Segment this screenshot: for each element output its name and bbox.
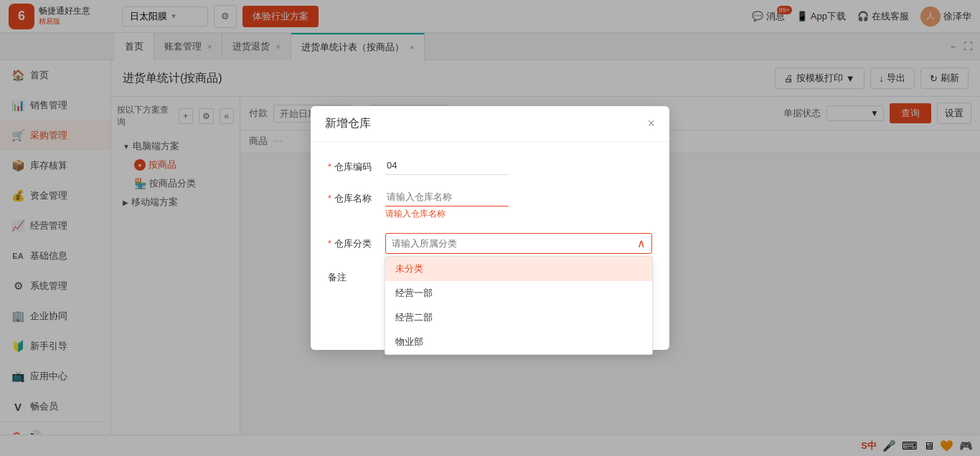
category-dropdown: 未分类 经营一部 经营二部 物业部 (385, 256, 653, 355)
modal-overlay[interactable]: 新增仓库 × 仓库编码 仓库名称 请输入仓库名称 仓库分类 (0, 0, 980, 456)
category-toggle-icon[interactable]: ∧ (637, 237, 646, 250)
warehouse-name-label: 仓库名称 (328, 188, 385, 205)
warehouse-code-group: 仓库编码 (328, 156, 652, 175)
dialog-title: 新增仓库 (325, 116, 371, 131)
warehouse-name-input[interactable] (385, 188, 509, 206)
warehouse-category-group: 仓库分类 ∧ 未分类 经营一部 经营二部 物业部 (328, 233, 652, 254)
dropdown-item-property[interactable]: 物业部 (385, 330, 652, 354)
dropdown-item-dept1[interactable]: 经营一部 (385, 281, 652, 305)
dialog-close-button[interactable]: × (647, 116, 655, 131)
warehouse-remark-label: 备注 (328, 267, 385, 284)
dropdown-item-dept2[interactable]: 经营二部 (385, 305, 652, 330)
add-warehouse-dialog: 新增仓库 × 仓库编码 仓库名称 请输入仓库名称 仓库分类 (311, 106, 669, 350)
warehouse-category-label: 仓库分类 (328, 233, 385, 250)
warehouse-code-label: 仓库编码 (328, 156, 385, 174)
warehouse-code-input[interactable] (385, 156, 509, 175)
category-input-wrap[interactable]: ∧ (385, 233, 652, 254)
dialog-body: 仓库编码 仓库名称 请输入仓库名称 仓库分类 ∧ (311, 142, 669, 313)
dialog-header: 新增仓库 × (311, 106, 669, 142)
warehouse-name-group: 仓库名称 请输入仓库名称 (328, 188, 652, 220)
category-search-input[interactable] (392, 238, 637, 249)
warehouse-name-error: 请输入仓库名称 (385, 208, 652, 220)
dropdown-item-uncategorized[interactable]: 未分类 (385, 257, 652, 281)
